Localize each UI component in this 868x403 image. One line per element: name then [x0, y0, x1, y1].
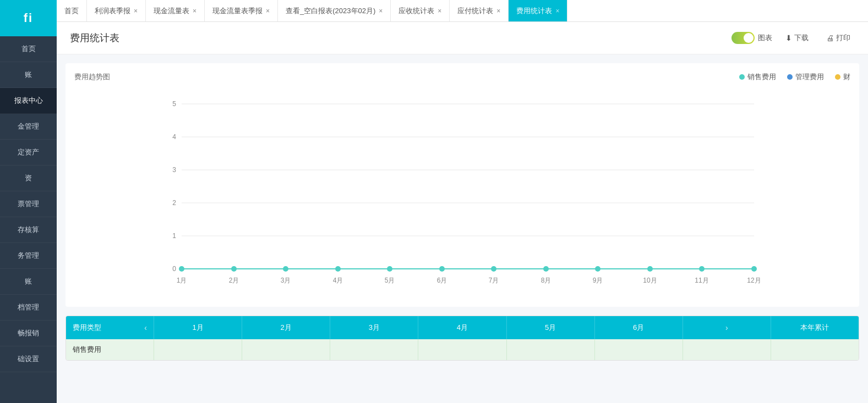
td-5: [507, 339, 595, 360]
chart-toggle-wrap: 图表: [731, 32, 772, 44]
svg-point-26: [283, 266, 288, 272]
header-actions: 图表 ⬇ 下载 🖨 打印: [731, 31, 855, 45]
print-button[interactable]: 🖨 打印: [822, 31, 855, 45]
chart-toggle[interactable]: [731, 32, 755, 44]
page-title: 费用统计表: [70, 31, 119, 45]
sidebar-scroll: 首页 账 报表中心 金管理 定资产 资 票管理 存核算 务管理 账 档管理 畅报…: [0, 36, 57, 403]
legend-dot-admin: [787, 74, 793, 80]
sidebar-item-cash[interactable]: 金管理: [0, 114, 57, 140]
tab-cashflow[interactable]: 现金流量表 ×: [146, 0, 205, 22]
th-month-2: 2月: [242, 316, 330, 339]
download-button[interactable]: ⬇ 下载: [781, 31, 813, 45]
main-content: 首页 利润表季报 × 现金流量表 × 现金流量表季报 × 查看_空白报表(202…: [57, 0, 868, 403]
sidebar-item-assets[interactable]: 定资产: [0, 140, 57, 165]
tab-close-7[interactable]: ×: [555, 7, 559, 15]
table-header-row: 费用类型 ‹ 1月 2月 3月 4月 5月 6月 › 本年累计: [66, 316, 859, 339]
svg-point-34: [699, 266, 705, 272]
sidebar-item-service[interactable]: 务管理: [0, 243, 57, 269]
chart-toggle-label: 图表: [758, 33, 772, 43]
page-content: 费用统计表 图表 ⬇ 下载 🖨 打印 费用趋势图: [57, 22, 868, 403]
th-month-3: 3月: [330, 316, 418, 339]
svg-text:4: 4: [172, 133, 176, 141]
page-header: 费用统计表 图表 ⬇ 下载 🖨 打印: [57, 22, 868, 54]
svg-point-27: [335, 266, 341, 272]
sidebar-item-settings[interactable]: 础设置: [0, 346, 57, 372]
svg-text:0: 0: [172, 265, 176, 273]
svg-text:3月: 3月: [281, 277, 291, 284]
sidebar-item-reports[interactable]: 报表中心: [0, 88, 57, 114]
td-3: [330, 339, 418, 360]
th-month-6: 6月: [595, 316, 683, 339]
tab-blank-report[interactable]: 查看_空白报表(2023年02月) ×: [278, 0, 391, 22]
sidebar-logo: fi: [0, 0, 57, 36]
td-1: [154, 339, 242, 360]
table-row-sales: 销售费用: [66, 339, 859, 360]
tab-profit-quarterly[interactable]: 利润表季报 ×: [87, 0, 146, 22]
sidebar-item-account[interactable]: 账: [0, 62, 57, 88]
tab-close-3[interactable]: ×: [266, 7, 270, 15]
svg-point-24: [179, 266, 184, 272]
tab-payable[interactable]: 应付统计表 ×: [450, 0, 509, 22]
svg-point-28: [387, 266, 392, 272]
next-arrow[interactable]: ›: [725, 323, 728, 332]
svg-point-31: [543, 266, 549, 272]
legend-finance: 财: [835, 72, 850, 82]
svg-point-25: [231, 266, 237, 272]
th-type: 费用类型 ‹: [66, 316, 154, 339]
td-6: [595, 339, 683, 360]
tab-receivable[interactable]: 应收统计表 ×: [391, 0, 450, 22]
svg-text:8月: 8月: [541, 277, 552, 284]
chart-title: 费用趋势图: [74, 72, 110, 82]
th-total: 本年累计: [771, 316, 859, 339]
th-next-arrow-cell: ›: [683, 316, 771, 339]
svg-point-29: [439, 266, 445, 272]
legend-sales: 销售费用: [739, 72, 776, 82]
svg-text:11月: 11月: [695, 277, 708, 284]
td-total: [771, 339, 859, 360]
svg-point-35: [751, 266, 757, 272]
tab-bar: 首页 利润表季报 × 现金流量表 × 现金流量表季报 × 查看_空白报表(202…: [57, 0, 868, 22]
svg-point-32: [595, 266, 600, 272]
svg-text:3: 3: [172, 166, 176, 174]
tab-close-4[interactable]: ×: [379, 7, 383, 15]
legend-admin: 管理费用: [787, 72, 824, 82]
chart-container: 费用趋势图 销售费用 管理费用 财: [65, 63, 859, 307]
svg-point-30: [491, 266, 496, 272]
tab-close-5[interactable]: ×: [438, 7, 441, 15]
sidebar-item-expense[interactable]: 畅报销: [0, 321, 57, 346]
svg-text:5: 5: [172, 100, 176, 108]
svg-text:12月: 12月: [747, 277, 761, 284]
sidebar-item-inventory[interactable]: 存核算: [0, 217, 57, 243]
tab-expense-stats[interactable]: 费用统计表 ×: [509, 0, 567, 22]
sidebar-item-archive[interactable]: 档管理: [0, 295, 57, 321]
td-arrow-spacer: [683, 339, 771, 360]
svg-text:6月: 6月: [437, 277, 447, 284]
svg-text:2月: 2月: [229, 277, 239, 284]
chart-legend: 销售费用 管理费用 财: [739, 72, 850, 82]
svg-text:1: 1: [172, 232, 176, 240]
tab-home[interactable]: 首页: [57, 0, 87, 22]
tab-cashflow-quarterly[interactable]: 现金流量表季报 ×: [205, 0, 278, 22]
td-4: [418, 339, 506, 360]
legend-dot-sales: [739, 74, 745, 80]
th-month-4: 4月: [418, 316, 506, 339]
download-icon: ⬇: [785, 34, 792, 42]
print-icon: 🖨: [826, 34, 834, 42]
sidebar-item-invoice[interactable]: 票管理: [0, 191, 57, 217]
svg-text:10月: 10月: [643, 277, 657, 284]
td-2: [242, 339, 330, 360]
tab-close-1[interactable]: ×: [134, 7, 138, 15]
svg-text:9月: 9月: [593, 277, 603, 284]
svg-text:1月: 1月: [177, 277, 187, 284]
svg-text:2: 2: [172, 199, 176, 207]
svg-point-33: [647, 266, 653, 272]
sidebar-item-resource[interactable]: 资: [0, 165, 57, 191]
svg-text:5月: 5月: [385, 277, 395, 284]
sidebar-item-home[interactable]: 首页: [0, 36, 57, 62]
sidebar-item-ledger[interactable]: 账: [0, 269, 57, 295]
tab-close-2[interactable]: ×: [193, 7, 196, 15]
td-type-sales: 销售费用: [66, 339, 154, 360]
tab-close-6[interactable]: ×: [496, 7, 500, 15]
svg-text:4月: 4月: [333, 277, 343, 284]
prev-arrow[interactable]: ‹: [144, 323, 147, 332]
